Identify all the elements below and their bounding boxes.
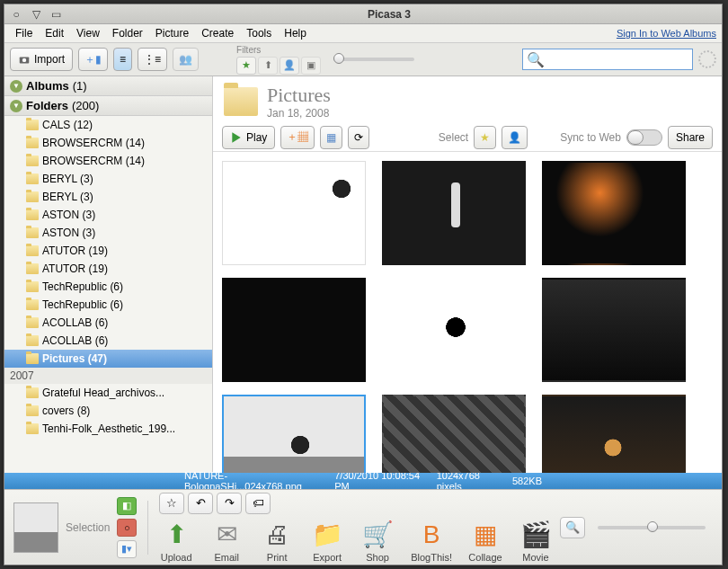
sync-toggle[interactable] [626, 129, 662, 146]
view-list-button[interactable]: ≡ [113, 48, 132, 71]
tree-item-label: ASTON (3) [42, 227, 95, 239]
window-maximize-icon[interactable]: ▭ [49, 8, 62, 21]
search-box[interactable]: 🔍 [522, 49, 693, 70]
sidebar-item-aston[interactable]: ASTON (3) [4, 224, 212, 242]
search-input[interactable] [545, 53, 688, 66]
action-label: Movie [522, 552, 548, 563]
tree-item-label: BROWSERCRM (14) [42, 137, 145, 149]
sidebar-item-acollab[interactable]: ACOLLAB (6) [4, 332, 212, 350]
collage-button[interactable]: ▦Collage [468, 520, 502, 563]
menu-tools[interactable]: Tools [241, 25, 277, 41]
new-album-button[interactable]: ＋▮ [78, 48, 108, 71]
export-icon: 📁 [310, 520, 344, 550]
signin-link[interactable]: Sign In to Web Albums [617, 28, 716, 39]
sidebar-item[interactable]: Grateful Head_archivos... [4, 384, 212, 402]
import-button[interactable]: Import [10, 48, 73, 71]
menu-create[interactable]: Create [196, 25, 239, 41]
blogthis-button[interactable]: BBlogThis! [411, 520, 452, 563]
thumbnail[interactable] [542, 161, 686, 265]
export-button[interactable]: 📁Export [310, 520, 344, 563]
sidebar-item-aston[interactable]: ASTON (3) [4, 206, 212, 224]
people-button[interactable]: 👥 [173, 48, 199, 71]
tree-item-label: Pictures (47) [42, 352, 107, 365]
thumbnail[interactable] [222, 395, 366, 473]
zoom-fit-button[interactable]: 🔍 [560, 517, 585, 538]
filter-face-button[interactable]: 👤 [280, 57, 299, 75]
sidebar-item-atutor[interactable]: ATUTOR (19) [4, 242, 212, 260]
sidebar-item[interactable]: Tenhi-Folk_Aesthetic_199... [4, 420, 212, 438]
select-people-button[interactable]: 👤 [502, 126, 528, 149]
folder-icon [26, 317, 39, 328]
menu-help[interactable]: Help [279, 25, 312, 41]
share-label: Share [676, 131, 705, 144]
thumbnail[interactable] [542, 395, 686, 473]
filter-movie-button[interactable]: ▣ [301, 57, 321, 75]
window-minimize-icon[interactable]: ▽ [30, 8, 42, 21]
email-button[interactable]: ✉Email [209, 520, 244, 563]
create-collage-button[interactable]: ▦ [320, 126, 342, 149]
menu-view[interactable]: View [71, 25, 105, 41]
hold-button[interactable]: ◧ [117, 497, 137, 515]
create-movie-button[interactable]: ⟳ [348, 126, 369, 149]
folder-icon [26, 353, 39, 364]
menu-folder[interactable]: Folder [107, 25, 148, 41]
menu-edit[interactable]: Edit [40, 25, 69, 41]
sidebar-item[interactable]: covers (8) [4, 402, 212, 420]
filter-slider[interactable] [333, 58, 414, 61]
window-menu-icon[interactable]: ○ [10, 8, 22, 21]
folders-header[interactable]: ▼ Folders (200) [4, 96, 212, 116]
sidebar-item-beryl[interactable]: BERYL (3) [4, 188, 212, 206]
add-to-button[interactable]: ▮▾ [117, 540, 137, 558]
action-label: Shop [366, 552, 389, 563]
rotate-left-button[interactable]: ↶ [188, 493, 213, 514]
sidebar-item-pictures[interactable]: Pictures (47) [4, 350, 212, 368]
sidebar-item-browsercrm[interactable]: BROWSERCRM (14) [4, 134, 212, 152]
action-label: Upload [161, 552, 192, 563]
play-button[interactable]: Play [222, 126, 275, 149]
sidebar-item-techrepublic[interactable]: TechRepublic (6) [4, 296, 212, 314]
star-button[interactable]: ☆ [159, 493, 184, 514]
shop-button[interactable]: 🛒Shop [360, 520, 395, 563]
titlebar: ○ ▽ ▭ Picasa 3 [4, 4, 722, 24]
sidebar-item-atutor[interactable]: ATUTOR (19) [4, 260, 212, 278]
sidebar-item-cals[interactable]: CALS (12) [4, 116, 212, 134]
albums-header[interactable]: ▼ Albums (1) [4, 76, 212, 96]
tree-item-label: BERYL (3) [42, 173, 93, 185]
clear-button[interactable]: ○ [117, 519, 137, 537]
thumbnail[interactable] [382, 161, 526, 265]
thumbnail[interactable] [222, 278, 366, 382]
tree-item-label: ATUTOR (19) [42, 262, 108, 275]
menu-picture[interactable]: Picture [150, 25, 194, 41]
view-tree-button[interactable]: ⋮≡ [138, 48, 167, 71]
menu-file[interactable]: File [10, 25, 38, 41]
print-button[interactable]: 🖨Print [260, 520, 294, 563]
zoom-slider[interactable] [598, 526, 706, 529]
share-button[interactable]: Share [668, 126, 713, 149]
thumbnail[interactable] [382, 278, 526, 382]
folder-icon [26, 423, 39, 434]
print-icon: 🖨 [260, 520, 294, 550]
filter-star-button[interactable]: ★ [236, 57, 256, 75]
folder-date: Jan 18, 2008 [267, 107, 331, 120]
selection-thumbnail[interactable] [13, 502, 58, 553]
thumbnail[interactable] [542, 278, 686, 382]
sidebar-item-beryl[interactable]: BERYL (3) [4, 170, 212, 188]
sidebar-item-techrepublic[interactable]: TechRepublic (6) [4, 278, 212, 296]
upload-button[interactable]: ⬆Upload [159, 520, 193, 563]
select-star-button[interactable]: ★ [474, 126, 496, 149]
sidebar-item-browsercrm[interactable]: BROWSERCRM (14) [4, 152, 212, 170]
tree-item-label: TechRepublic (6) [42, 298, 123, 311]
rotate-right-button[interactable]: ↷ [217, 493, 242, 514]
action-label: Export [313, 552, 342, 563]
sidebar-item-acollab[interactable]: ACOLLAB (6) [4, 314, 212, 332]
folder-title: Pictures [267, 84, 331, 107]
tree-item-label: covers (8) [42, 405, 90, 417]
filter-upload-button[interactable]: ⬆ [258, 57, 278, 75]
thumbnail[interactable] [382, 395, 526, 473]
movie-button[interactable]: 🎬Movie [519, 520, 553, 563]
select-label: Select [439, 131, 468, 144]
tag-button[interactable]: 🏷 [245, 493, 271, 514]
add-photos-button[interactable]: ＋▦ [280, 126, 315, 149]
movie-icon: 🎬 [519, 520, 553, 550]
folder-icon [26, 209, 39, 220]
